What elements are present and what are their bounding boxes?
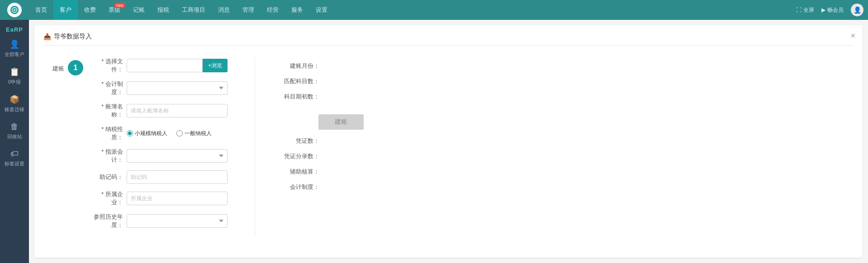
accountant-select[interactable] — [127, 149, 228, 163]
mnemonic-row: 助记码： — [90, 170, 228, 184]
history-select[interactable] — [127, 214, 228, 228]
auxiliary-row: 辅助核算： — [282, 168, 400, 176]
person-icon: 👤 — [9, 39, 19, 49]
company-row: * 所属企业： — [90, 190, 228, 207]
nav-home[interactable]: 首页 — [29, 0, 53, 20]
file-row: * 选择文件： +浏览 — [90, 57, 228, 74]
right-panel: 建账月份： 匹配科目数： 科目期初数： 建账 — [282, 57, 400, 235]
earp-label: EaRP — [6, 23, 23, 34]
small-taxpayer-option[interactable]: 小规模纳税人 — [127, 130, 167, 137]
nav-items: 首页 客户 收费 票据 new 记账 报税 工商项目 消息 管理 经营 服务 设… — [24, 0, 796, 20]
sidebar-item-tags[interactable]: 🏷 标签设置 — [0, 146, 29, 171]
nav-management[interactable]: 管理 — [236, 0, 261, 20]
sidebar-item-label: 回收站 — [7, 133, 22, 140]
match-label: 匹配科目数： — [282, 77, 323, 85]
tag-icon: 🏷 — [10, 149, 19, 159]
step-label: 建账 — [52, 65, 64, 72]
top-navigation: 首页 客户 收费 票据 new 记账 报税 工商项目 消息 管理 经营 服务 设… — [0, 0, 868, 20]
general-taxpayer-label: 一般纳税人 — [185, 130, 212, 137]
file-input-group: +浏览 — [127, 59, 228, 72]
mnemonic-label: 助记码： — [90, 173, 127, 181]
nav-operation[interactable]: 经营 — [261, 0, 285, 20]
period-row: 科目期初数： — [282, 93, 400, 101]
tax-radio-group: 小规模纳税人 一般纳税人 — [127, 130, 228, 137]
period-label: 科目期初数： — [282, 93, 323, 101]
svg-point-1 — [14, 9, 15, 11]
accountant-row: * 指派会计： — [90, 148, 228, 164]
nav-service[interactable]: 服务 — [285, 0, 309, 20]
accounting-label: * 会计制度： — [90, 80, 127, 96]
ledger-row: * 账簿名称： — [90, 103, 228, 119]
play-icon: ▶ — [821, 7, 825, 13]
browse-button[interactable]: +浏览 — [203, 59, 228, 72]
accounting-select[interactable] — [127, 81, 228, 95]
nav-invoice[interactable]: 票据 new — [102, 0, 127, 20]
voucher-records-row: 凭证分录数： — [282, 152, 400, 160]
nav-tax[interactable]: 报税 — [151, 0, 175, 20]
fullscreen-icon: ⛶ — [796, 7, 802, 13]
history-row: 参照历史年度： — [90, 213, 228, 229]
page-container: 📥 导爷数据导入 × 建账 1 — [34, 25, 863, 258]
company-label: * 所属企业： — [90, 190, 127, 207]
voucher-label: 凭证数： — [282, 137, 323, 145]
nav-fee[interactable]: 收费 — [78, 0, 102, 20]
tax-label: * 纳税性质： — [90, 125, 127, 141]
accountant-label: * 指派会计： — [90, 148, 127, 164]
auxiliary-label: 辅助核算： — [282, 168, 323, 176]
ledger-input[interactable] — [127, 104, 228, 117]
page-header: 📥 导爷数据导入 × — [43, 33, 854, 46]
logo[interactable] — [5, 0, 24, 20]
close-button[interactable]: × — [850, 32, 855, 40]
month-row: 建账月份： — [282, 62, 400, 70]
nav-message[interactable]: 消息 — [212, 0, 236, 20]
sidebar-item-label: 全部客户 — [5, 51, 24, 58]
match-row: 匹配科目数： — [282, 77, 400, 85]
sidebar-item-declaration[interactable]: 📋 0申报 — [0, 63, 29, 89]
sidebar-item-all-customers[interactable]: 👤 全部客户 — [0, 36, 29, 61]
build-btn-container: 建账 — [282, 114, 400, 130]
month-label: 建账月份： — [282, 62, 323, 70]
tax-row: * 纳税性质： 小规模纳税人 一般纳税人 — [90, 125, 228, 141]
form-fields: * 选择文件： +浏览 * 会计制度： — [90, 57, 228, 235]
panel-divider — [255, 57, 255, 235]
member-button[interactable]: ▶ 畅会员 — [821, 6, 844, 14]
ledger-label: * 账簿名称： — [90, 103, 127, 119]
accounting-row: * 会计制度： — [90, 80, 228, 96]
import-icon: 📥 — [43, 33, 51, 40]
file-input[interactable] — [127, 59, 203, 72]
doc-icon: 📋 — [9, 67, 19, 77]
company-input[interactable] — [127, 192, 228, 205]
mnemonic-input[interactable] — [127, 170, 228, 184]
build-button[interactable]: 建账 — [318, 114, 364, 130]
fullscreen-button[interactable]: ⛶ 全屏 — [796, 6, 814, 14]
trash-icon: 🗑 — [10, 122, 19, 132]
history-label: 参照历史年度： — [90, 213, 127, 229]
box-icon: 📦 — [9, 94, 19, 104]
nav-customer[interactable]: 客户 — [53, 0, 78, 20]
nav-settings[interactable]: 设置 — [309, 0, 334, 20]
small-taxpayer-radio[interactable] — [127, 130, 133, 136]
new-badge: new — [114, 3, 125, 8]
main-layout: EaRP 👤 全部客户 📋 0申报 📦 账套迁移 🗑 回收站 🏷 标签设置 — [0, 20, 868, 263]
voucher-row: 凭证数： — [282, 137, 400, 145]
avatar[interactable]: 👤 — [851, 4, 863, 16]
accounting-sys-label: 会计制度： — [282, 183, 323, 191]
page-title: 📥 导爷数据导入 — [43, 33, 92, 41]
general-taxpayer-option[interactable]: 一般纳税人 — [176, 130, 212, 137]
nav-bookkeeping[interactable]: 记账 — [127, 0, 151, 20]
sidebar: EaRP 👤 全部客户 📋 0申报 📦 账套迁移 🗑 回收站 🏷 标签设置 — [0, 20, 29, 263]
sidebar-item-migration[interactable]: 📦 账套迁移 — [0, 91, 29, 117]
nav-business[interactable]: 工商项目 — [175, 0, 212, 20]
sidebar-item-label: 标签设置 — [5, 160, 24, 167]
nav-right: ⛶ 全屏 ▶ 畅会员 👤 — [796, 4, 863, 16]
sidebar-item-label: 0申报 — [8, 79, 21, 85]
step-section: 建账 1 * 选择文件： +浏览 — [52, 57, 228, 235]
accounting-sys-row: 会计制度： — [282, 183, 400, 191]
voucher-records-label: 凭证分录数： — [282, 152, 323, 160]
content-area: 📥 导爷数据导入 × 建账 1 — [29, 20, 868, 263]
step-indicator: 1 — [68, 60, 83, 75]
small-taxpayer-label: 小规模纳税人 — [135, 130, 167, 137]
sidebar-item-recycle[interactable]: 🗑 回收站 — [0, 118, 29, 144]
file-label: * 选择文件： — [90, 57, 127, 74]
general-taxpayer-radio[interactable] — [176, 130, 183, 136]
